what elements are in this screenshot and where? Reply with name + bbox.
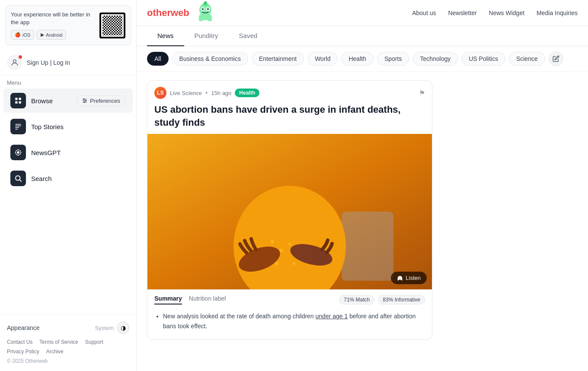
summary-tabs: Summary Nutrition label [154,295,226,304]
sidebar: Your experience will be better in the ap… [0,0,137,371]
svg-point-0 [13,60,16,63]
support-link[interactable]: Support [85,339,103,345]
svg-rect-12 [15,126,21,127]
tab-nutrition[interactable]: Nutrition label [189,295,226,304]
appearance-row: Appearance System ◑ [7,322,129,334]
listen-label: Listen [406,275,421,281]
top-stories-icon [10,119,26,134]
copyright: © 2025 Otherweb [7,358,129,364]
tab-summary[interactable]: Summary [154,295,182,304]
svg-point-44 [293,262,295,265]
article-source: LS Live Science • 15h ago Health [154,87,259,99]
svg-point-32 [204,1,207,4]
source-time: 15h ago [211,90,231,96]
sidebar-item-search[interactable]: Search [3,166,133,190]
edit-categories-button[interactable] [549,51,563,66]
qr-code [99,13,125,38]
article-title: US abortion bans have driven a surge in … [147,103,432,134]
browse-icon [10,93,26,108]
source-icon: LS [154,87,166,99]
article-image [147,134,432,289]
svg-point-15 [17,151,19,154]
age-link[interactable]: under age 1 [316,313,348,320]
sidebar-item-top-stories[interactable]: Top Stories [3,114,133,139]
category-sports[interactable]: Sports [377,52,409,66]
bullet-item: New analysis looked at the rate of death… [163,311,425,331]
auth-row[interactable]: Sign Up | Log In [0,51,136,75]
media-inquiries-link[interactable]: Media Inquiries [537,10,578,16]
category-us-politics[interactable]: US Politics [461,52,505,66]
svg-point-8 [83,99,84,100]
search-label: Search [31,175,126,182]
android-button[interactable]: ▶ Android [37,30,66,40]
tab-saved[interactable]: Saved [229,26,268,46]
ios-button[interactable]: 🍎 iOS [11,30,34,40]
news-widget-link[interactable]: News Widget [489,10,524,16]
summary-bar: Summary Nutrition label 71% Match 83% In… [147,289,432,308]
logo-area: otherweb [147,1,217,25]
newsgpt-icon [10,145,26,160]
category-world[interactable]: World [307,52,338,66]
notification-dot [19,55,22,59]
tab-punditry[interactable]: Punditry [184,26,229,46]
sidebar-footer: Appearance System ◑ Contact Us Terms of … [0,314,136,371]
archive-link[interactable]: Archive [46,349,64,355]
svg-rect-35 [342,212,393,281]
source-name: Live Science [170,90,202,96]
flag-button[interactable]: ⚑ [419,89,425,97]
top-stories-label: Top Stories [31,123,126,130]
svg-line-22 [19,180,21,182]
svg-rect-4 [19,101,21,104]
browse-label: Browse [31,97,71,105]
source-separator: • [205,89,208,97]
article-bullets: New analysis looked at the rate of death… [147,308,432,339]
app-promo-content: Your experience will be better in the ap… [11,11,95,40]
content-area: LS Live Science • 15h ago Health ⚑ US ab… [137,72,588,371]
svg-point-9 [85,100,86,101]
sidebar-item-newsgpt[interactable]: NewsGPT [3,140,133,165]
svg-rect-14 [15,129,18,130]
svg-point-43 [275,262,278,265]
category-bar: All Business & Economics Entertainment W… [137,46,588,72]
terms-link[interactable]: Terms of Service [39,339,78,345]
sign-up-link[interactable]: Sign Up | Log In [27,59,70,66]
svg-rect-2 [19,98,21,100]
app-promo-text: Your experience will be better in the ap… [11,11,95,26]
theme-toggle-button[interactable]: ◑ [117,322,129,334]
app-promo-banner: Your experience will be better in the ap… [5,5,131,45]
system-label: System [95,325,114,331]
preferences-button[interactable]: Preferences [76,95,126,107]
listen-button[interactable]: Listen [391,272,427,284]
category-entertainment[interactable]: Entertainment [252,52,304,66]
category-business[interactable]: Business & Economics [172,52,248,66]
svg-rect-13 [15,127,19,128]
svg-point-38 [271,240,274,244]
android-icon: ▶ [41,32,44,38]
newsgpt-label: NewsGPT [31,149,126,156]
privacy-link[interactable]: Privacy Policy [7,349,39,355]
category-badge: Health [235,89,259,97]
header-nav: About us Newsletter News Widget Media In… [412,10,578,16]
about-us-link[interactable]: About us [412,10,436,16]
svg-point-27 [207,8,209,10]
match-badges: 71% Match 83% Informative [339,295,425,304]
svg-point-10 [84,102,85,103]
category-technology[interactable]: Technology [412,52,458,66]
newsletter-link[interactable]: Newsletter [448,10,476,16]
mascot [194,1,217,25]
top-header: otherweb About us [137,0,588,26]
svg-point-26 [202,8,204,10]
svg-rect-11 [15,124,21,125]
match-badge: 71% Match [339,295,374,304]
menu-label: Menu [0,75,136,88]
category-health[interactable]: Health [341,52,373,66]
svg-point-40 [288,243,291,245]
article-card: LS Live Science • 15h ago Health ⚑ US ab… [147,80,432,340]
contact-link[interactable]: Contact Us [7,339,32,345]
sidebar-item-browse[interactable]: Browse Preferences [3,89,133,113]
category-all[interactable]: All [147,52,169,66]
main-content: otherweb About us [137,0,588,371]
category-science[interactable]: Science [509,52,545,66]
appearance-label: Appearance [7,324,40,331]
tab-news[interactable]: News [147,26,184,46]
